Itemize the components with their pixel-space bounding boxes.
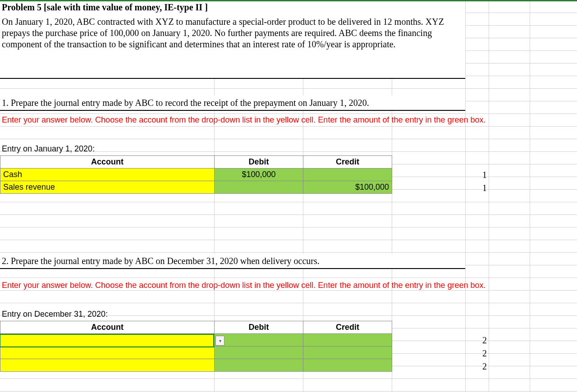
col-header-account: Account <box>0 321 215 334</box>
side-marker: 2 <box>473 361 487 372</box>
side-marker: 2 <box>473 335 487 346</box>
entry-2-label: Entry on December 31, 2020: <box>2 310 108 319</box>
question-2-prompt: 2. Prepare the journal entry made by ABC… <box>0 254 465 269</box>
account-dropdown-cell[interactable]: Cash <box>0 169 215 181</box>
table-row: Cash $100,000 <box>0 169 392 181</box>
table-row: Sales revenue $100,000 <box>0 181 392 194</box>
credit-input-cell[interactable] <box>303 169 392 181</box>
chevron-down-icon: ▾ <box>219 338 221 343</box>
side-marker: 1 <box>473 183 487 193</box>
account-dropdown-cell[interactable] <box>0 359 215 372</box>
col-header-debit: Debit <box>215 321 303 334</box>
table-row <box>0 359 392 372</box>
journal-entry-1-table: Account Debit Credit Cash $100,000 Sales… <box>0 155 392 194</box>
side-marker: 1 <box>473 170 487 180</box>
credit-input-cell[interactable] <box>303 359 392 372</box>
col-header-credit: Credit <box>303 156 392 169</box>
debit-input-cell[interactable] <box>215 346 303 359</box>
entry-1-label: Entry on January 1, 2020: <box>2 144 95 154</box>
col-header-credit: Credit <box>303 321 392 334</box>
problem-statement-box: Problem 5 [sale with time value of money… <box>0 1 465 79</box>
debit-input-cell[interactable]: $100,000 <box>215 169 303 181</box>
sheet-top-accent <box>0 0 577 1</box>
account-dropdown-cell[interactable] <box>0 346 215 359</box>
debit-input-cell[interactable] <box>215 359 303 372</box>
account-dropdown-cell[interactable]: Sales revenue <box>0 181 215 194</box>
debit-input-cell[interactable] <box>215 334 303 346</box>
credit-input-cell[interactable] <box>303 346 392 359</box>
dropdown-button[interactable]: ▾ <box>215 336 224 346</box>
question-1-prompt: 1. Prepare the journal entry made by ABC… <box>0 96 465 111</box>
side-marker: 2 <box>473 348 487 359</box>
problem-body: On January 1, 2020, ABC contracted with … <box>2 16 463 50</box>
credit-input-cell[interactable]: $100,000 <box>303 181 392 194</box>
active-cell-selection[interactable] <box>0 334 214 347</box>
col-header-debit: Debit <box>215 156 303 169</box>
col-header-account: Account <box>0 156 215 169</box>
debit-input-cell[interactable] <box>215 181 303 194</box>
question-2-instruction: Enter your answer below. Choose the acco… <box>2 281 486 290</box>
problem-title: Problem 5 [sale with time value of money… <box>2 2 463 13</box>
question-1-instruction: Enter your answer below. Choose the acco… <box>2 115 486 125</box>
credit-input-cell[interactable] <box>303 334 392 346</box>
table-row <box>0 346 392 359</box>
